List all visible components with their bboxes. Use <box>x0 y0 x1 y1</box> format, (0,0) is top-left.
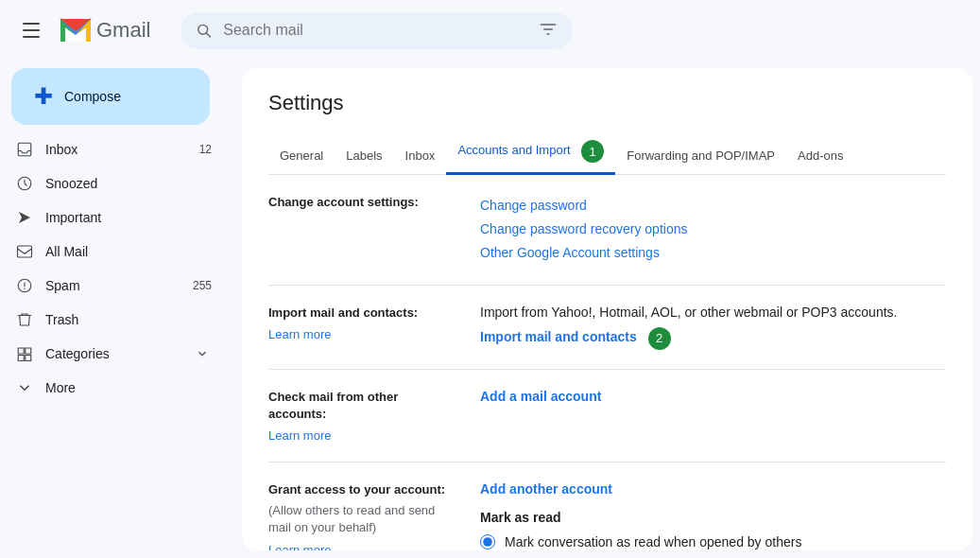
hamburger-menu[interactable] <box>15 15 47 45</box>
settings-row-grant-access: Grant access to your account: (Allow oth… <box>268 462 946 550</box>
settings-value-col-3: Add a mail account <box>480 389 946 404</box>
tab-accounts-import[interactable]: Accounts and Import 1 <box>446 131 615 175</box>
svg-rect-2 <box>18 143 31 156</box>
tab-forwarding[interactable]: Forwarding and POP/IMAP <box>615 139 786 175</box>
tab-inbox[interactable]: Inbox <box>394 139 447 175</box>
settings-tabs: General Labels Inbox Accounts and Import… <box>268 131 946 175</box>
change-account-label: Change account settings: <box>268 195 419 209</box>
import-mail-contacts-link[interactable]: Import mail and contacts <box>480 329 637 344</box>
svg-rect-5 <box>18 246 32 257</box>
compose-button[interactable]: ✚ Compose <box>11 68 210 125</box>
categories-label: Categories <box>45 346 193 361</box>
settings-value-col-2: Import from Yahoo!, Hotmail, AOL, or oth… <box>480 305 946 350</box>
sidebar-item-important[interactable]: Important <box>0 201 227 235</box>
snoozed-icon <box>15 174 34 193</box>
import-mail-label: Import mail and contacts: <box>268 305 418 320</box>
radio-mark-read-item[interactable]: Mark conversation as read when opened by… <box>480 534 946 549</box>
sidebar-item-categories[interactable]: Categories <box>0 337 227 371</box>
grant-access-sublabel: (Allow others to read and send mail on y… <box>268 502 457 536</box>
search-icon <box>196 21 212 40</box>
import-learn-more-link[interactable]: Learn more <box>268 327 457 341</box>
gmail-logo[interactable]: Gmail <box>59 13 150 47</box>
categories-expand-icon <box>193 344 212 363</box>
search-bar <box>181 12 573 49</box>
radio-mark-read-input[interactable] <box>480 534 495 549</box>
settings-value-col-4: Add another account Mark as read Mark co… <box>480 481 946 550</box>
settings-row-import-mail: Import mail and contacts: Learn more Imp… <box>268 286 946 370</box>
import-body-text: Import from Yahoo!, Hotmail, AOL, or oth… <box>480 305 946 320</box>
sidebar-item-snoozed[interactable]: Snoozed <box>0 166 227 201</box>
settings-label-col-3: Check mail from other accounts: Learn mo… <box>268 389 457 443</box>
sidebar-item-inbox[interactable]: Inbox 12 <box>0 132 227 166</box>
settings-content: Change account settings: Change password… <box>242 175 972 550</box>
check-mail-label: Check mail from other accounts: <box>268 390 398 421</box>
sidebar: ✚ Compose Inbox 12 Snoozed <box>0 61 242 558</box>
search-input[interactable] <box>223 22 527 39</box>
sidebar-item-trash[interactable]: Trash <box>0 303 227 337</box>
spam-count: 255 <box>193 279 212 292</box>
gmail-text-label: Gmail <box>96 18 150 43</box>
grant-access-label: Grant access to your account: <box>268 482 445 497</box>
other-google-account-link[interactable]: Other Google Account settings <box>480 241 946 265</box>
all-mail-label: All Mail <box>45 244 212 259</box>
trash-icon <box>15 310 34 329</box>
settings-value-col-1: Change password Change password recovery… <box>480 194 946 266</box>
inbox-count: 12 <box>199 143 212 156</box>
tab-accounts-container: Accounts and Import 1 <box>446 131 615 174</box>
categories-icon <box>15 344 34 363</box>
accounts-tab-badge: 1 <box>581 140 604 163</box>
change-password-recovery-link[interactable]: Change password recovery options <box>480 218 946 241</box>
change-password-link[interactable]: Change password <box>480 194 946 218</box>
more-icon <box>15 378 34 397</box>
svg-marker-4 <box>19 212 30 223</box>
import-badge: 2 <box>648 327 671 350</box>
settings-row-change-account: Change account settings: Change password… <box>268 175 946 286</box>
snoozed-label: Snoozed <box>45 176 212 191</box>
mark-as-read-label: Mark as read <box>480 510 946 525</box>
compose-label: Compose <box>64 89 121 104</box>
radio-mark-read-label: Mark conversation as read when opened by… <box>505 534 801 549</box>
add-mail-account-link[interactable]: Add a mail account <box>480 389 601 404</box>
settings-row-check-mail: Check mail from other accounts: Learn mo… <box>268 370 946 462</box>
inbox-label: Inbox <box>45 142 199 157</box>
settings-label-col-1: Change account settings: <box>268 194 457 211</box>
radio-group-mark-read: Mark conversation as read when opened by… <box>480 534 946 550</box>
gmail-m-icon <box>59 13 93 47</box>
trash-label: Trash <box>45 312 212 327</box>
search-options-icon[interactable] <box>539 20 558 42</box>
main-layout: ✚ Compose Inbox 12 Snoozed <box>0 61 980 558</box>
settings-title: Settings <box>268 91 946 115</box>
more-label: More <box>45 380 212 395</box>
app-container: Gmail ✚ Compose <box>0 0 980 558</box>
spam-icon <box>15 276 34 295</box>
spam-label: Spam <box>45 278 193 293</box>
important-label: Important <box>45 210 212 225</box>
tab-labels[interactable]: Labels <box>335 139 393 175</box>
sidebar-item-more[interactable]: More <box>0 371 227 405</box>
svg-line-1 <box>207 33 211 37</box>
grant-access-learn-more-link[interactable]: Learn more <box>268 543 457 551</box>
settings-label-col-2: Import mail and contacts: Learn more <box>268 305 457 341</box>
settings-header: Settings General Labels Inbox Accounts a… <box>242 68 972 175</box>
settings-label-col-4: Grant access to your account: (Allow oth… <box>268 481 457 550</box>
important-icon <box>15 208 34 227</box>
inbox-icon <box>15 140 34 159</box>
tab-general[interactable]: General <box>268 139 335 175</box>
content-area: Settings General Labels Inbox Accounts a… <box>242 68 972 550</box>
topbar: Gmail <box>0 0 980 61</box>
check-mail-learn-more-link[interactable]: Learn more <box>268 428 457 443</box>
sidebar-item-spam[interactable]: Spam 255 <box>0 269 227 303</box>
compose-plus-icon: ✚ <box>34 83 53 110</box>
sidebar-item-all-mail[interactable]: All Mail <box>0 235 227 269</box>
add-another-account-link[interactable]: Add another account <box>480 481 612 497</box>
all-mail-icon <box>15 242 34 261</box>
tab-addons[interactable]: Add-ons <box>786 139 854 175</box>
